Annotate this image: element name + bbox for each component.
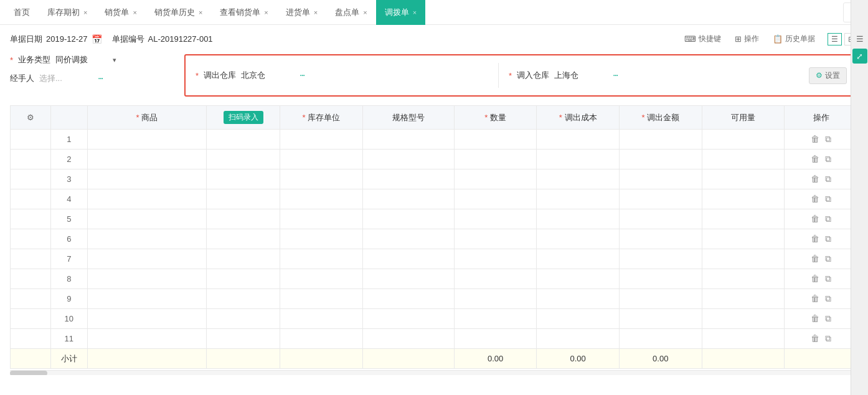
row-spec-5[interactable] (362, 209, 454, 229)
row-product-5[interactable] (87, 209, 206, 229)
close-tab-inventory-init[interactable]: × (83, 9, 87, 16)
row-amount-10[interactable] (619, 309, 702, 329)
row-unit-10[interactable] (280, 309, 363, 329)
source-warehouse-value[interactable]: 北京仓 (241, 70, 291, 81)
copy-row-icon-11[interactable]: ⧉ (825, 333, 831, 343)
row-cost-2[interactable] (537, 150, 620, 169)
row-product-7[interactable] (87, 249, 206, 269)
horizontal-scrollbar[interactable] (10, 370, 858, 375)
copy-row-icon-9[interactable]: ⧉ (825, 293, 831, 303)
tab-sales-history[interactable]: 销货单历史 × (146, 0, 211, 25)
copy-row-icon-5[interactable]: ⧉ (825, 214, 831, 224)
row-qty-3[interactable] (454, 169, 537, 189)
row-product-11[interactable] (87, 329, 206, 349)
row-spec-9[interactable] (362, 289, 454, 309)
row-spec-1[interactable] (362, 130, 454, 150)
target-warehouse-more[interactable]: ··· (613, 70, 617, 81)
row-product-4[interactable] (87, 189, 206, 209)
row-cost-10[interactable] (537, 309, 620, 329)
row-qty-4[interactable] (454, 189, 537, 209)
close-tab-view-sales[interactable]: × (264, 9, 268, 16)
delete-row-icon-11[interactable]: 🗑 (811, 333, 819, 343)
row-amount-11[interactable] (619, 329, 702, 349)
handler-more-button[interactable]: ··· (98, 73, 102, 84)
row-amount-3[interactable] (619, 169, 702, 189)
row-unit-7[interactable] (280, 249, 363, 269)
row-cost-7[interactable] (537, 249, 620, 269)
delete-row-icon-10[interactable]: 🗑 (811, 313, 819, 323)
copy-row-icon-6[interactable]: ⧉ (825, 234, 831, 244)
row-qty-9[interactable] (454, 289, 537, 309)
row-amount-2[interactable] (619, 150, 702, 169)
tab-view-sales[interactable]: 查看销货单 × (211, 0, 276, 25)
copy-row-icon-2[interactable]: ⧉ (825, 154, 831, 164)
business-type-dropdown[interactable]: ▾ (113, 56, 116, 64)
history-button[interactable]: 📋 历史单据 (769, 32, 819, 45)
row-qty-11[interactable] (454, 329, 537, 349)
row-product-1[interactable] (87, 130, 206, 150)
close-tab-purchase-order[interactable]: × (314, 9, 318, 16)
delete-row-icon-3[interactable]: 🗑 (811, 174, 819, 184)
close-tab-transfer-order[interactable]: × (413, 9, 417, 16)
handler-value[interactable]: 选择... (39, 73, 89, 84)
row-product-6[interactable] (87, 229, 206, 249)
copy-row-icon-8[interactable]: ⧉ (825, 274, 831, 283)
row-qty-8[interactable] (454, 269, 537, 289)
scan-input-button[interactable]: 扫码录入 (224, 111, 263, 124)
row-amount-5[interactable] (619, 209, 702, 229)
sidebar-expand-button[interactable]: ⤢ (852, 49, 867, 64)
row-product-2[interactable] (87, 150, 206, 169)
row-qty-10[interactable] (454, 309, 537, 329)
delete-row-icon-2[interactable]: 🗑 (811, 154, 819, 164)
row-qty-1[interactable] (454, 130, 537, 150)
row-unit-5[interactable] (280, 209, 363, 229)
row-spec-3[interactable] (362, 169, 454, 189)
copy-row-icon-4[interactable]: ⧉ (825, 194, 831, 204)
business-type-value[interactable]: 同价调拨 (55, 54, 105, 65)
doc-date-value[interactable]: 2019-12-27 (46, 34, 88, 44)
row-cost-11[interactable] (537, 329, 620, 349)
sidebar-list-button[interactable]: ☰ (852, 31, 867, 46)
tab-inventory-count[interactable]: 盘点单 × (326, 0, 375, 25)
close-tab-sales-order[interactable]: × (133, 9, 136, 16)
close-tab-sales-history[interactable]: × (199, 9, 202, 16)
tab-transfer-order[interactable]: 调拨单 × (376, 0, 425, 25)
row-spec-4[interactable] (362, 189, 454, 209)
row-unit-2[interactable] (280, 150, 363, 169)
copy-row-icon-1[interactable]: ⧉ (825, 134, 831, 144)
row-spec-7[interactable] (362, 249, 454, 269)
row-amount-9[interactable] (619, 289, 702, 309)
row-spec-6[interactable] (362, 229, 454, 249)
row-product-9[interactable] (87, 289, 206, 309)
row-cost-8[interactable] (537, 269, 620, 289)
row-unit-6[interactable] (280, 229, 363, 249)
target-warehouse-value[interactable]: 上海仓 (554, 70, 604, 81)
delete-row-icon-1[interactable]: 🗑 (811, 134, 819, 144)
layout-list-button[interactable]: ☰ (828, 33, 842, 45)
tab-purchase-order[interactable]: 进货单 × (277, 0, 326, 25)
table-header-gear[interactable]: ⚙ (11, 106, 51, 130)
copy-row-icon-10[interactable]: ⧉ (825, 313, 831, 323)
delete-row-icon-5[interactable]: 🗑 (811, 214, 819, 224)
row-unit-11[interactable] (280, 329, 363, 349)
row-spec-8[interactable] (362, 269, 454, 289)
row-product-8[interactable] (87, 269, 206, 289)
copy-row-icon-3[interactable]: ⧉ (825, 174, 831, 184)
row-cost-5[interactable] (537, 209, 620, 229)
row-amount-6[interactable] (619, 229, 702, 249)
row-qty-2[interactable] (454, 150, 537, 169)
row-cost-1[interactable] (537, 130, 620, 150)
row-cost-4[interactable] (537, 189, 620, 209)
row-cost-6[interactable] (537, 229, 620, 249)
row-spec-11[interactable] (362, 329, 454, 349)
row-unit-8[interactable] (280, 269, 363, 289)
row-amount-7[interactable] (619, 249, 702, 269)
source-warehouse-more[interactable]: ··· (300, 70, 304, 81)
calendar-icon[interactable]: 📅 (92, 34, 102, 44)
operations-button[interactable]: ⊞ 操作 (731, 32, 763, 45)
delete-row-icon-6[interactable]: 🗑 (811, 234, 819, 244)
tab-sales-order[interactable]: 销货单 × (96, 0, 145, 25)
row-cost-9[interactable] (537, 289, 620, 309)
delete-row-icon-8[interactable]: 🗑 (811, 274, 819, 283)
delete-row-icon-9[interactable]: 🗑 (811, 293, 819, 303)
